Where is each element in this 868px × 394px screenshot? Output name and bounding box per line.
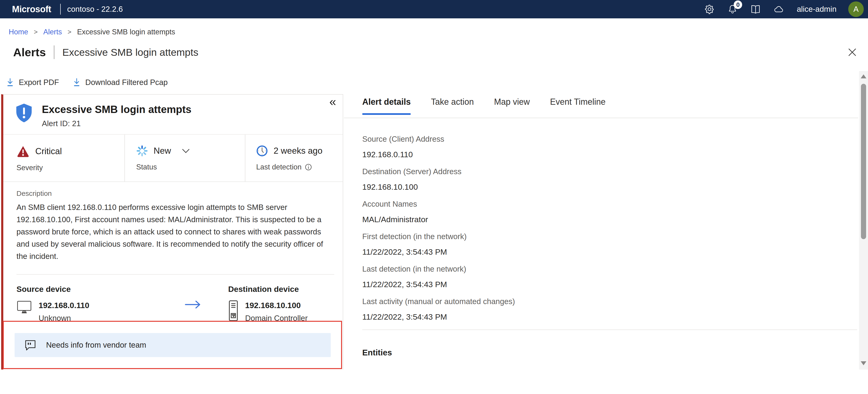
tab-alert-details[interactable]: Alert details <box>362 95 411 115</box>
console-name-version: contoso - 22.2.6 <box>67 5 123 14</box>
export-pdf-label: Export PDF <box>19 78 59 87</box>
vertical-scrollbar[interactable] <box>859 71 868 369</box>
field-label: Account Names <box>362 200 857 209</box>
tabs-bottom-divider <box>344 118 858 118</box>
source-device-info: 192.168.0.110 Unknown <box>38 300 89 323</box>
field-source-address: Source (Client) Address 192.168.0.110 <box>362 134 857 159</box>
microsoft-logo: Microsoft <box>12 4 51 14</box>
last-detection-value: 2 weeks ago <box>274 146 322 156</box>
alert-summary-card: Excessive SMB login attempts Alert ID: 2… <box>1 94 343 369</box>
breadcrumb-alerts[interactable]: Alerts <box>43 28 62 36</box>
field-first-detection: First detection (in the network) 11/22/2… <box>362 232 857 257</box>
status-block: New Status <box>124 134 245 181</box>
status-new-spinner-icon <box>136 145 148 157</box>
tab-take-action[interactable]: Take action <box>431 95 474 115</box>
description-label: Description <box>17 189 331 198</box>
field-value: 11/22/2022, 3:54:43 PM <box>362 312 857 322</box>
export-pdf-button[interactable]: Export PDF <box>6 78 59 87</box>
collapse-panel-icon[interactable]: « <box>329 95 336 109</box>
download-pcap-label: Download Filtered Pcap <box>85 78 168 87</box>
comment-banner[interactable]: Needs info from vendor team <box>14 333 331 357</box>
breadcrumb-current: Excessive SMB login attempts <box>77 28 175 36</box>
documentation-book-icon[interactable] <box>750 3 762 15</box>
scrollbar-up-arrow[interactable] <box>861 74 866 79</box>
devices-section: Source device 192.168.0.110 Unknown <box>3 275 343 323</box>
page-title-row: Alerts Excessive SMB login attempts <box>13 45 858 60</box>
download-icon <box>73 78 81 87</box>
field-value: 192.168.10.100 <box>362 182 857 192</box>
scrollbar-down-arrow[interactable] <box>861 361 866 365</box>
destination-device-info: 192.168.10.100 Domain Controller <box>245 300 308 323</box>
alert-shield-icon <box>15 103 33 123</box>
field-label: Last detection (in the network) <box>362 265 857 273</box>
last-detection-label: Last detection <box>256 163 302 171</box>
detail-tabs: Alert details Take action Map view Event… <box>362 95 857 117</box>
alert-id: Alert ID: 21 <box>42 119 191 128</box>
alert-card-header: Excessive SMB login attempts Alert ID: 2… <box>3 95 343 134</box>
field-account-names: Account Names MAL/Administrator <box>362 200 857 224</box>
entities-heading: Entities <box>362 348 857 357</box>
breadcrumb: Home > Alerts > Excessive SMB login atte… <box>9 28 175 36</box>
cloud-icon[interactable] <box>773 3 784 15</box>
comment-icon <box>25 339 36 351</box>
critical-warning-icon <box>17 145 30 157</box>
top-bar: Microsoft contoso - 22.2.6 0 <box>0 0 868 18</box>
breadcrumb-separator: > <box>67 28 71 36</box>
alert-card-titles: Excessive SMB login attempts Alert ID: 2… <box>42 102 191 128</box>
scrollbar-thumb[interactable] <box>861 84 866 239</box>
field-label: Destination (Server) Address <box>362 167 857 176</box>
destination-device-label: Destination device <box>228 284 334 294</box>
field-value: 11/22/2022, 3:54:43 PM <box>362 280 857 289</box>
destination-device-ip[interactable]: 192.168.10.100 <box>245 301 308 310</box>
info-icon[interactable] <box>305 163 312 171</box>
defender-iot-alert-page: Microsoft contoso - 22.2.6 0 <box>0 0 868 394</box>
source-device-block: Source device 192.168.0.110 Unknown <box>17 284 158 323</box>
description-text: An SMB client 192.168.0.110 performs exc… <box>17 201 331 263</box>
field-last-activity: Last activity (manual or automated chang… <box>362 297 857 322</box>
tab-map-view[interactable]: Map view <box>494 95 530 115</box>
download-icon <box>6 78 14 87</box>
status-value: New <box>154 146 171 156</box>
field-label: Last activity (manual or automated chang… <box>362 297 857 306</box>
alert-details-panel: Alert details Take action Map view Event… <box>362 95 857 357</box>
field-value: 192.168.0.110 <box>362 150 857 159</box>
severity-value: Critical <box>35 146 62 156</box>
top-bar-brand-group: Microsoft contoso - 22.2.6 <box>12 4 123 14</box>
annotation-highlight-box: Needs info from vendor team <box>3 321 342 369</box>
notification-count-badge: 0 <box>734 0 742 9</box>
topbar-divider <box>60 4 61 14</box>
alert-detail-fields: Source (Client) Address 192.168.0.110 De… <box>362 134 857 322</box>
action-bar: Export PDF Download Filtered Pcap <box>6 78 168 87</box>
field-last-detection: Last detection (in the network) 11/22/20… <box>362 265 857 289</box>
field-destination-address: Destination (Server) Address 192.168.10.… <box>362 167 857 192</box>
status-dropdown-chevron-icon[interactable] <box>182 149 190 153</box>
entities-divider <box>362 330 857 330</box>
severity-block: Critical Severity <box>3 134 124 181</box>
traffic-direction-arrow-icon <box>158 284 228 323</box>
page-title: Alerts <box>13 46 46 59</box>
username-label: alice-admin <box>797 5 836 14</box>
top-bar-controls: 0 alice-admin A <box>704 1 864 17</box>
field-value: 11/22/2022, 3:54:43 PM <box>362 247 857 257</box>
page-subtitle: Excessive SMB login attempts <box>62 47 198 58</box>
close-icon[interactable] <box>847 47 858 58</box>
breadcrumb-separator: > <box>34 28 38 36</box>
breadcrumb-home[interactable]: Home <box>9 28 28 36</box>
severity-label: Severity <box>17 163 124 172</box>
comment-text: Needs info from vendor team <box>46 340 146 350</box>
field-label: Source (Client) Address <box>362 134 857 144</box>
source-device-ip[interactable]: 192.168.0.110 <box>38 301 89 310</box>
notifications-bell-icon[interactable]: 0 <box>726 3 738 15</box>
avatar[interactable]: A <box>848 1 864 17</box>
destination-device-block: Destination device 192.168.10.100 Domain… <box>228 284 334 323</box>
source-device-label: Source device <box>17 284 158 294</box>
last-detection-block: 2 weeks ago Last detection <box>245 134 343 181</box>
server-icon <box>228 300 239 323</box>
field-value: MAL/Administrator <box>362 215 857 224</box>
title-divider <box>54 46 54 59</box>
tab-event-timeline[interactable]: Event Timeline <box>550 95 606 115</box>
alert-title: Excessive SMB login attempts <box>42 103 191 115</box>
download-pcap-button[interactable]: Download Filtered Pcap <box>73 78 168 87</box>
field-label: First detection (in the network) <box>362 232 857 241</box>
settings-gear-icon[interactable] <box>704 3 715 15</box>
